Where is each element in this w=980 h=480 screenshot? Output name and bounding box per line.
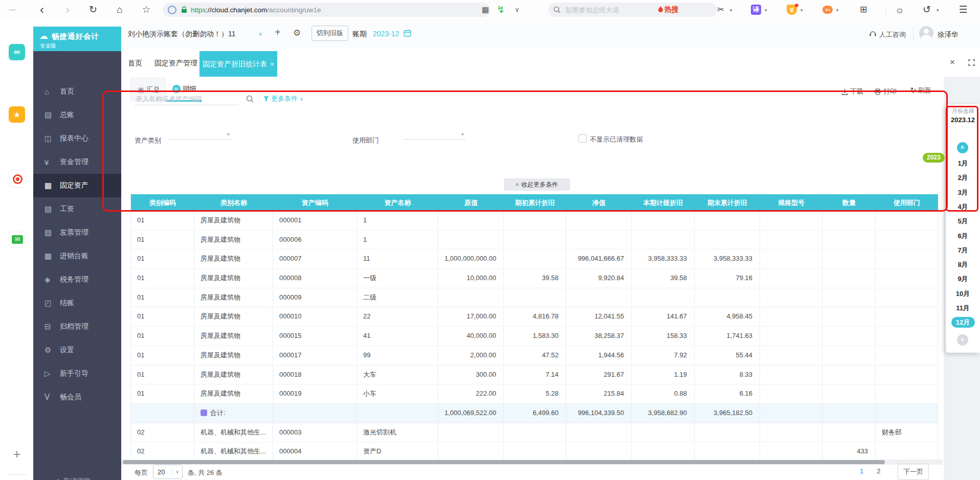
column-header[interactable]: 规格型号 xyxy=(760,194,822,211)
sidebar-item-guide[interactable]: ▷新手引导 xyxy=(33,362,121,385)
column-header[interactable]: 类别名称 xyxy=(194,194,273,211)
browser-search-input[interactable] xyxy=(565,6,654,14)
month-item-6[interactable]: 6月 xyxy=(946,229,980,243)
month-item-9[interactable]: 9月 xyxy=(946,272,980,286)
month-item-3[interactable]: 3月 xyxy=(946,186,980,200)
address-chevron-icon[interactable]: ∨ xyxy=(511,0,523,19)
sidebar-item-closing[interactable]: ◰结账 xyxy=(33,291,121,315)
apps-grid-icon[interactable]: ⊞ xyxy=(857,0,870,19)
table-row[interactable]: 02机器、机械和其他生...000004资产D433 xyxy=(131,442,938,462)
theme-sun-icon[interactable]: ☼ xyxy=(893,0,906,19)
sidebar-item-home[interactable]: ⌂首页 xyxy=(33,80,121,103)
sidebar-item-general-ledger[interactable]: ▤总账 xyxy=(33,103,121,127)
username[interactable]: 徐泽华 xyxy=(938,30,959,39)
table-row[interactable]: 01房屋及建筑物0000102217,000.004,816.7812,041.… xyxy=(131,307,938,327)
column-header[interactable]: 类别编码 xyxy=(131,194,194,211)
more-conditions-toggle[interactable]: 更多条件 ∨ xyxy=(263,94,303,103)
table-row[interactable]: 01房屋及建筑物0000154140,000.001,583.3038,258.… xyxy=(131,327,938,346)
tab-depreciation-report[interactable]: 固定资产折旧统计表× xyxy=(199,51,277,77)
sidebar-item-member[interactable]: Ⅴ畅会员 xyxy=(33,385,121,409)
account-settings-gear-icon[interactable]: ⚙ xyxy=(293,28,301,38)
refresh-button[interactable]: ↻ 刷新 xyxy=(910,86,931,95)
avatar[interactable] xyxy=(919,26,933,40)
minimize-icon[interactable]: — xyxy=(7,0,17,19)
scissors-caret-icon[interactable]: ▾ xyxy=(730,8,732,13)
download-button[interactable]: 下载 xyxy=(841,87,863,96)
month-item-1[interactable]: 1月 xyxy=(946,156,980,171)
month-item-8[interactable]: 8月 xyxy=(946,258,980,272)
month-item-2[interactable]: 2月 xyxy=(946,171,980,185)
undo-icon[interactable]: ↺ xyxy=(921,0,933,19)
table-row[interactable]: 01房屋及建筑物0000061 xyxy=(131,231,938,250)
month-item-10[interactable]: 10月 xyxy=(946,287,980,301)
column-header[interactable]: 资产名称 xyxy=(357,194,438,211)
scissors-icon[interactable]: ✂ xyxy=(715,0,726,19)
table-row[interactable]: 01房屋及建筑物000019小车222.005.28215.840.886.16 xyxy=(131,384,938,404)
tab-close-icon[interactable]: × xyxy=(270,60,274,68)
column-header[interactable]: 资产编码 xyxy=(273,194,357,211)
sidebar-item-tax[interactable]: ◈税务管理 xyxy=(33,268,121,291)
column-header[interactable]: 期末累计折旧 xyxy=(695,194,760,211)
print-button[interactable]: 打印 xyxy=(874,87,897,96)
collapse-conditions-button[interactable]: « 收起更多条件 xyxy=(504,178,570,191)
sidebar-item-archive[interactable]: ⊟归档管理 xyxy=(33,315,121,338)
table-row[interactable]: 01房屋及建筑物0000011 xyxy=(131,211,938,231)
bookmark-star-icon[interactable]: ☆ xyxy=(139,0,153,19)
column-header[interactable]: 数量 xyxy=(822,194,876,211)
month-item-12[interactable]: 12月 xyxy=(946,315,980,330)
favorites-star-icon[interactable]: ★ xyxy=(9,106,25,123)
table-row[interactable]: 01房屋及建筑物000009二级 xyxy=(131,288,938,308)
mail-icon[interactable]: ✉ xyxy=(9,231,26,248)
horizontal-scrollbar-track[interactable] xyxy=(121,460,942,465)
hide-cleared-checkbox[interactable] xyxy=(578,134,587,143)
column-header[interactable]: 原值 xyxy=(438,194,504,211)
month-item-5[interactable]: 5月 xyxy=(946,214,980,228)
translate-caret-icon[interactable]: ▾ xyxy=(765,8,767,13)
sidebar-item-invoice[interactable]: ▨发票管理 xyxy=(33,221,121,244)
chanjet-app-icon[interactable]: ∞ xyxy=(9,44,25,60)
rail-add-icon[interactable]: + xyxy=(9,446,25,462)
support-link[interactable]: 人工咨询 xyxy=(879,30,906,39)
sidebar-item-fixed-assets[interactable]: ▦固定资产 xyxy=(33,174,121,197)
column-header[interactable]: 净值 xyxy=(566,194,632,211)
address-bar[interactable]: https://cloud.chanjet.com/accounting/uw1… xyxy=(163,3,490,17)
game-caret-icon[interactable]: ▾ xyxy=(836,8,839,13)
page-number-2[interactable]: 2 xyxy=(877,467,880,475)
account-chevron-icon[interactable]: ∨ xyxy=(258,31,262,37)
shield-caret-icon[interactable]: ▾ xyxy=(800,8,803,13)
translate-icon[interactable]: 译 xyxy=(751,5,761,15)
table-row[interactable]: 01房屋及建筑物000017992,000.0047.521,944.567.9… xyxy=(131,346,938,365)
lightning-icon[interactable]: ↯ xyxy=(495,0,506,19)
table-row[interactable]: 01房屋及建筑物000018大车300.007.14291.671.198.33 xyxy=(131,365,938,385)
switch-old-version-button[interactable]: 切到旧版 xyxy=(311,26,348,41)
month-scroll-down-icon[interactable]: » xyxy=(957,334,968,346)
asset-search-input[interactable] xyxy=(135,93,239,105)
home-icon[interactable]: ⌂ xyxy=(113,0,127,19)
tab-home[interactable]: 首页 xyxy=(128,49,150,77)
department-select[interactable]: ▼ xyxy=(404,130,466,140)
column-header[interactable]: 期初累计折旧 xyxy=(504,194,566,211)
game-controller-icon[interactable]: +• xyxy=(822,6,833,14)
sidebar-item-salary[interactable]: ▧工资 xyxy=(33,197,121,221)
refresh-icon[interactable]: ↻ xyxy=(86,0,100,19)
month-item-11[interactable]: 11月 xyxy=(946,301,980,315)
asset-category-select[interactable]: ▼ xyxy=(169,130,232,140)
sidebar-item-trade-ledger[interactable]: ▩进销台账 xyxy=(33,244,121,268)
expand-icon[interactable] xyxy=(968,59,975,66)
calendar-icon[interactable] xyxy=(404,29,411,37)
back-icon[interactable]: ‹ xyxy=(35,0,49,19)
horizontal-scrollbar-thumb[interactable] xyxy=(123,460,885,464)
sidebar-unpin[interactable]: ◁ 取消固定 xyxy=(54,476,91,480)
undo-caret-icon[interactable]: ▾ xyxy=(937,8,939,13)
sidebar-item-settings[interactable]: ⚙设置 xyxy=(33,338,121,362)
account-name[interactable]: 刘小艳演示账套（勿删勿动！）11 xyxy=(128,30,236,39)
table-row[interactable]: 01房屋及建筑物000007111,000,000,000.00996,041,… xyxy=(131,249,938,269)
page-number-1[interactable]: 1 xyxy=(860,467,863,475)
forward-icon[interactable]: › xyxy=(60,0,75,19)
add-account-icon[interactable]: + xyxy=(275,27,281,38)
column-header[interactable]: 使用部门 xyxy=(876,194,938,211)
qr-code-icon[interactable]: ▦ xyxy=(480,0,491,19)
weibo-icon[interactable] xyxy=(9,170,26,188)
browser-search-box[interactable]: 热搜 xyxy=(548,3,717,17)
period-value[interactable]: 2023-12 xyxy=(373,30,399,38)
